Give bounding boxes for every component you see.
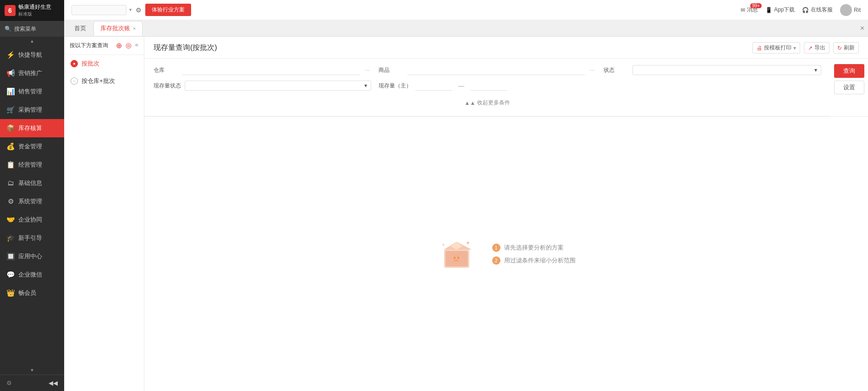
empty-tips: 1 请先选择要分析的方案 2 用过滤条件来缩小分析范围: [492, 244, 576, 265]
status-filter: 状态 ▾: [604, 65, 821, 75]
sidebar-item-label: 畅会员: [18, 289, 36, 297]
export-label: 导出: [814, 44, 825, 52]
sidebar-item-quick-nav[interactable]: ⚡ 快捷导航: [0, 46, 64, 64]
app-download-button[interactable]: 📱 App下载: [765, 6, 795, 14]
avatar: [840, 4, 852, 16]
status-select[interactable]: ▾: [632, 65, 821, 75]
topbar-chevron-icon[interactable]: ▾: [129, 7, 132, 13]
scheme-item-by-batch[interactable]: ● 按批次: [64, 55, 144, 72]
sidebar-search[interactable]: 🔍 搜索菜单: [0, 22, 64, 37]
topbar-right: ✉ 消息 99+ 📱 App下载 🎧 在线客服 Rit: [741, 4, 861, 16]
empty-illustration: ✦ ✦: [437, 234, 478, 275]
member-icon: 👑: [6, 289, 15, 297]
print-icon: 🖨: [757, 45, 762, 51]
user-menu[interactable]: Rit: [840, 4, 861, 16]
inventory-status-filter: 现存量状态 ▾: [154, 81, 371, 91]
svg-point-5: [452, 254, 461, 263]
search-icon: 🔍: [5, 26, 11, 32]
page-header: 现存量查询(按批次) 🖨 按模板打印 ▾ ↗ 导出 ↻ 刷新: [144, 37, 868, 59]
trial-industry-button[interactable]: 体验行业方案: [145, 4, 191, 16]
scheme-label-by-warehouse-batch: 按仓库+批次: [82, 77, 115, 85]
warehouse-label: 仓库: [154, 66, 179, 74]
scheme-item-by-warehouse-batch[interactable]: ○ 按仓库+批次: [64, 72, 144, 90]
collapse-panel-icon[interactable]: «: [135, 41, 138, 50]
tip-num-1: 1: [492, 244, 500, 252]
settings-icon[interactable]: ⚙: [6, 380, 12, 386]
sidebar-scroll-up[interactable]: ▲: [0, 37, 64, 46]
sidebar-footer: ⚙ ◀◀: [0, 375, 64, 391]
inventory-qty-min-input[interactable]: [415, 81, 452, 91]
refresh-label: 刷新: [844, 44, 855, 52]
inventory-status-chevron: ▾: [364, 82, 367, 89]
empty-tip-1: 1 请先选择要分析的方案: [492, 244, 576, 252]
app-download-label: App下载: [774, 6, 795, 14]
warehouse-input[interactable]: [182, 65, 360, 75]
online-service-button[interactable]: 🎧 在线客服: [802, 6, 833, 14]
goods-more-icon[interactable]: ···: [588, 67, 596, 73]
headset-icon: 🎧: [802, 7, 809, 13]
action-buttons: 查询 设置: [830, 59, 868, 116]
sidebar-item-label: 应用中心: [18, 252, 42, 261]
sidebar-item-label: 企业协同: [18, 216, 42, 224]
inventory-status-select[interactable]: ▾: [185, 81, 371, 91]
refresh-button[interactable]: ↻ 刷新: [833, 42, 859, 54]
sidebar-item-system[interactable]: ⚙ 系统管理: [0, 192, 64, 211]
topbar-left: ▾ ⚙ 体验行业方案: [71, 4, 736, 16]
enterprise-icon: 🤝: [6, 216, 15, 224]
tabbar-close-button[interactable]: ×: [860, 24, 864, 33]
scheme-settings-icon[interactable]: ◎: [126, 41, 132, 50]
sidebar-item-inventory[interactable]: 📦 库存核算: [0, 119, 64, 137]
sidebar-item-sales[interactable]: 📊 销售管理: [0, 82, 64, 101]
page-title: 现存量查询(按批次): [154, 43, 217, 53]
sidebar-item-label: 经营管理: [18, 161, 42, 169]
sidebar-item-marketing[interactable]: 📢 营销推广: [0, 64, 64, 82]
sidebar-scroll-down[interactable]: ▼: [0, 365, 64, 375]
filter-area: 仓库 ··· 商品 ··· 状态: [144, 59, 830, 116]
topbar: ▾ ⚙ 体验行业方案 ✉ 消息 99+ 📱 App下载 🎧 在线客服 Rit: [64, 0, 868, 20]
system-icon: ⚙: [6, 197, 15, 206]
warehouse-more-icon[interactable]: ···: [363, 67, 371, 73]
inventory-status-label: 现存量状态: [154, 82, 181, 90]
tab-home[interactable]: 首页: [68, 21, 93, 36]
template-print-button[interactable]: 🖨 按模板打印 ▾: [753, 42, 800, 54]
inventory-qty-filter: 现存量（主） —: [379, 81, 596, 91]
tab-inventory-batch[interactable]: 库存批次账 ×: [93, 21, 143, 36]
sidebar-header: 6 畅康通好生意 标准版: [0, 0, 64, 22]
inventory-qty-max-input[interactable]: [471, 81, 507, 91]
sidebar-item-purchase[interactable]: 🛒 采购管理: [0, 101, 64, 119]
messages-badge: 99+: [750, 3, 762, 8]
sidebar-item-finance[interactable]: 💰 资金管理: [0, 137, 64, 156]
tab-home-label: 首页: [74, 24, 86, 33]
sidebar-item-app-center[interactable]: 🔲 应用中心: [0, 247, 64, 266]
export-icon: ↗: [808, 45, 813, 51]
messages-button[interactable]: ✉ 消息 99+: [741, 6, 758, 14]
query-button[interactable]: 查询: [834, 64, 864, 78]
sidebar-collapse-icon[interactable]: ◀◀: [49, 380, 58, 386]
left-panel-title: 按以下方案查询: [70, 42, 108, 49]
topbar-gear-icon[interactable]: ⚙: [136, 6, 142, 14]
sidebar-item-wechat[interactable]: 💬 企业微信: [0, 266, 64, 284]
wechat-icon: 💬: [6, 271, 15, 279]
collapse-filter-button[interactable]: ▲▲ 收起更多条件: [154, 96, 821, 109]
sidebar-item-basic[interactable]: 🗂 基础信息: [0, 174, 64, 192]
sidebar-item-enterprise[interactable]: 🤝 企业协同: [0, 211, 64, 229]
main: ▾ ⚙ 体验行业方案 ✉ 消息 99+ 📱 App下载 🎧 在线客服 Rit: [64, 0, 868, 391]
settings-button[interactable]: 设置: [834, 81, 864, 94]
template-chevron-icon: ▾: [793, 45, 796, 51]
topbar-search-input[interactable]: [71, 5, 126, 15]
sidebar-item-newbie[interactable]: 🎓 新手引导: [0, 229, 64, 247]
tab-close-icon[interactable]: ×: [133, 26, 136, 31]
sidebar-item-label: 销售管理: [18, 87, 42, 96]
purchase-icon: 🛒: [6, 106, 15, 114]
add-scheme-button[interactable]: ⊕: [116, 41, 122, 50]
goods-input[interactable]: [407, 65, 585, 75]
svg-text:✦: ✦: [442, 243, 445, 247]
scheme-icon-by-batch: ●: [71, 60, 78, 67]
export-button[interactable]: ↗ 导出: [804, 42, 830, 54]
finance-icon: 💰: [6, 142, 15, 151]
sidebar-item-label: 快捷导航: [18, 51, 42, 59]
username-label: Rit: [854, 7, 861, 13]
left-panel-header: 按以下方案查询 ⊕ ◎ «: [64, 37, 144, 55]
sidebar-item-member[interactable]: 👑 畅会员: [0, 284, 64, 302]
sidebar-item-operations[interactable]: 📋 经营管理: [0, 156, 64, 174]
